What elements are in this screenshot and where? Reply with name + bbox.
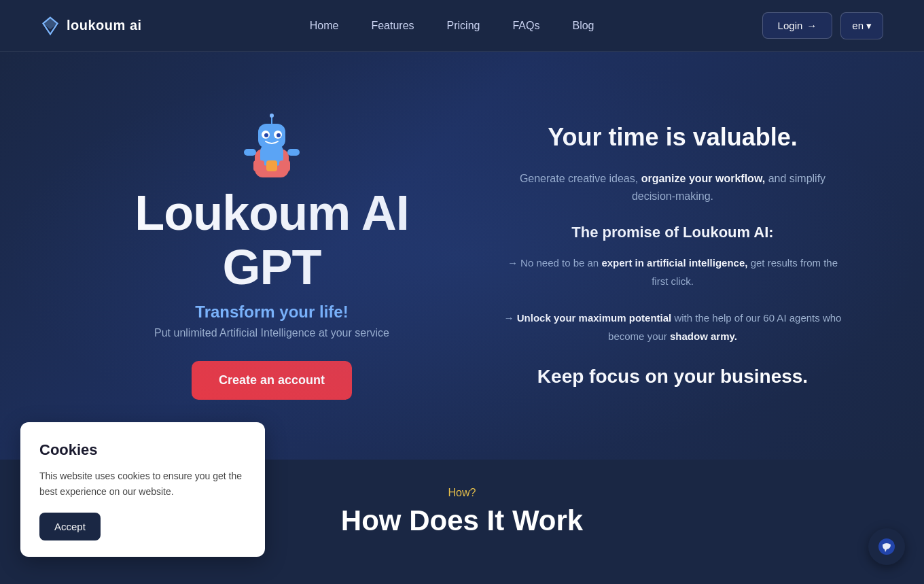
mascot-image (234, 111, 309, 186)
svg-rect-11 (253, 160, 264, 171)
svg-point-7 (264, 133, 268, 137)
navbar: loukoum ai Home Features Pricing FAQs Bl… (0, 0, 924, 52)
svg-rect-15 (287, 149, 300, 156)
cookie-title: Cookies (39, 441, 246, 459)
hero-right-title: Your time is valuable. (503, 122, 842, 154)
nav-faqs[interactable]: FAQs (512, 20, 539, 31)
nav-right: Login → en ▾ (762, 12, 883, 39)
hero-right: Your time is valuable. Generate creative… (462, 122, 842, 389)
hero-title: Loukoum AI GPT (82, 186, 462, 294)
logo-text: loukoum ai (67, 18, 142, 33)
svg-rect-13 (279, 160, 290, 171)
keep-focus-text: Keep focus on your business. (503, 364, 842, 389)
create-account-button[interactable]: Create an account (192, 361, 352, 400)
nav-pricing[interactable]: Pricing (447, 20, 480, 31)
hero-subtitle: Transform your life! (195, 303, 348, 322)
chat-bubble-button[interactable] (868, 528, 905, 565)
hero-left: Loukoum AI GPT Transform your life! Put … (82, 111, 462, 399)
nav-features[interactable]: Features (371, 20, 414, 31)
nav-blog[interactable]: Blog (572, 20, 594, 31)
hero-description: Put unlimited Artificial Intelligence at… (154, 327, 389, 339)
language-selector[interactable]: en ▾ (840, 12, 883, 39)
promise-list: → No need to be an expert in artificial … (503, 254, 842, 345)
nav-links: Home Features Pricing FAQs Blog (310, 20, 594, 32)
cookie-banner: Cookies This website uses cookies to ens… (20, 422, 265, 557)
svg-point-8 (277, 133, 281, 137)
logo-icon (41, 16, 60, 35)
arrow-right-icon: → (806, 20, 817, 31)
chevron-down-icon: ▾ (866, 20, 872, 32)
svg-point-10 (270, 114, 274, 118)
svg-rect-12 (266, 160, 277, 171)
promise-heading: The promise of Loukoum AI: (503, 224, 842, 241)
cookie-text: This website uses cookies to ensure you … (39, 468, 246, 499)
hero-section: Loukoum AI GPT Transform your life! Put … (0, 52, 924, 460)
chat-bubble-icon (877, 537, 896, 556)
login-button[interactable]: Login → (762, 12, 833, 39)
hero-tagline: Generate creative ideas, organize your w… (503, 170, 842, 205)
promise-item-1: → No need to be an expert in artificial … (503, 254, 842, 290)
mascot-svg (234, 111, 309, 186)
nav-home[interactable]: Home (310, 20, 339, 31)
accept-cookies-button[interactable]: Accept (39, 513, 101, 540)
svg-rect-14 (244, 149, 256, 156)
promise-item-2: → Unlock your maximum potential with the… (503, 309, 842, 345)
logo[interactable]: loukoum ai (41, 16, 142, 35)
